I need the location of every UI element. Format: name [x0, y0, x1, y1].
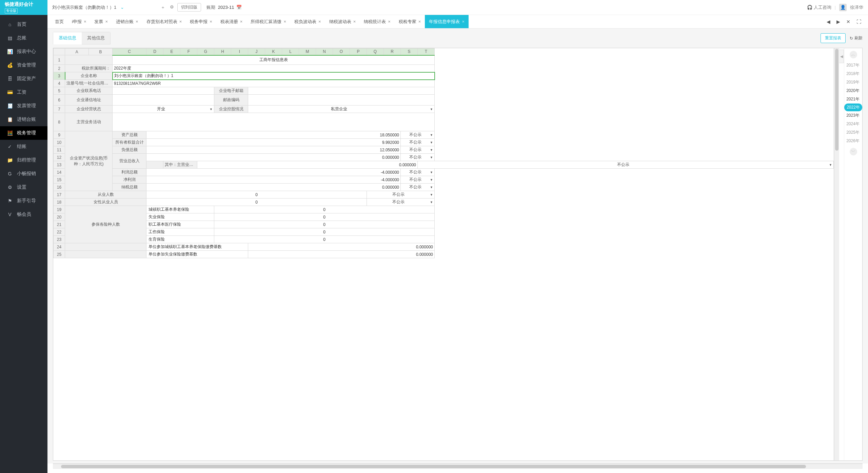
- tab-close-icon[interactable]: ×: [283, 19, 286, 24]
- tab[interactable]: 存货别名对照表×: [142, 15, 186, 28]
- tab[interactable]: 首页: [51, 15, 68, 28]
- tab-close-icon[interactable]: ×: [179, 19, 182, 24]
- vertical-scrollbar[interactable]: [834, 48, 839, 460]
- tab-close-icon[interactable]: ×: [84, 19, 86, 24]
- sidebar-item-psi[interactable]: 📋进销台账: [0, 113, 47, 126]
- sidebar-item-closing[interactable]: ✓结账: [0, 140, 47, 153]
- sidebar-item-home[interactable]: ⌂首页: [0, 18, 47, 31]
- value-cell[interactable]: 0.000000: [197, 161, 418, 169]
- tab[interactable]: 所得税汇算清缴×: [246, 15, 290, 28]
- sidebar-item-salary[interactable]: 💳工资: [0, 86, 47, 99]
- year-item[interactable]: 2020年: [844, 87, 862, 95]
- year-item[interactable]: 2022年: [844, 103, 862, 111]
- publish-select[interactable]: 不公示: [401, 184, 435, 191]
- column-header[interactable]: S: [401, 49, 418, 55]
- column-header[interactable]: T: [418, 49, 435, 55]
- tabs-fullscreen-icon[interactable]: ⛶: [855, 18, 863, 25]
- column-header[interactable]: P: [350, 49, 367, 55]
- column-header[interactable]: D: [146, 49, 163, 55]
- status-select[interactable]: 开业: [113, 106, 214, 113]
- value-cell[interactable]: -4.000000: [146, 169, 401, 176]
- spreadsheet[interactable]: ABCDEFGHIJKLMNOPQRST 1工商年报信息表2税款所属期间：202…: [53, 48, 834, 258]
- tab[interactable]: 税检专家×: [395, 15, 425, 28]
- column-header[interactable]: O: [333, 49, 350, 55]
- tab-close-icon[interactable]: ×: [318, 19, 321, 24]
- user-name[interactable]: 徐泽华: [850, 4, 863, 11]
- tab-close-icon[interactable]: ×: [105, 19, 108, 24]
- tab[interactable]: 税表清册×: [216, 15, 247, 28]
- support-button[interactable]: 🎧 人工咨询: [807, 4, 831, 11]
- sidebar-item-tax[interactable]: 🧮税务管理: [0, 126, 47, 140]
- value-cell[interactable]: 18.050000: [146, 131, 401, 139]
- publish-select[interactable]: 不公示: [401, 154, 435, 161]
- value-cell[interactable]: 9.992000: [146, 139, 401, 146]
- year-item[interactable]: 2023年: [844, 111, 862, 120]
- account-select[interactable]: 刘小艳演示账套（勿删勿动！）1 ⌄: [52, 4, 158, 11]
- sidebar-item-invoice[interactable]: 🧾发票管理: [0, 99, 47, 113]
- calendar-icon[interactable]: 📅: [236, 5, 242, 10]
- column-header[interactable]: M: [299, 49, 316, 55]
- sidebar-item-reports[interactable]: 📊报表中心: [0, 45, 47, 58]
- column-header[interactable]: F: [180, 49, 197, 55]
- subtab-basic[interactable]: 基础信息: [53, 32, 82, 44]
- company-value[interactable]: 刘小艳演示账套（勿删勿动！）1: [113, 72, 435, 80]
- value-cell[interactable]: 0.000000: [146, 154, 401, 161]
- year-up-icon[interactable]: ︿: [850, 51, 857, 58]
- value-cell[interactable]: 12.050000: [146, 146, 401, 154]
- value-cell[interactable]: 0.000000: [146, 184, 401, 191]
- tabs-next-icon[interactable]: ▶: [835, 18, 842, 25]
- publish-select[interactable]: 不公示: [401, 176, 435, 184]
- tab-close-icon[interactable]: ×: [353, 19, 356, 24]
- year-panel-collapse[interactable]: ◀: [839, 50, 844, 63]
- tabs-close-all-icon[interactable]: ✕: [845, 18, 852, 25]
- tab-close-icon[interactable]: ×: [240, 19, 243, 24]
- subtab-other[interactable]: 其他信息: [82, 32, 110, 44]
- sidebar-item-archive[interactable]: 📁归档管理: [0, 153, 47, 167]
- tab[interactable]: 纳税统计表×: [360, 15, 395, 28]
- tab[interactable]: 纳税波动表×: [325, 15, 360, 28]
- sidebar-item-expense[interactable]: G小畅报销: [0, 167, 47, 181]
- column-header[interactable]: H: [214, 49, 231, 55]
- column-header[interactable]: K: [265, 49, 282, 55]
- tab[interactable]: 税负波动表×: [290, 15, 325, 28]
- year-down-icon[interactable]: ﹀: [850, 148, 857, 155]
- column-header[interactable]: N: [316, 49, 333, 55]
- publish-select[interactable]: 不公示: [401, 131, 435, 139]
- publish-select[interactable]: 不公示: [401, 169, 435, 176]
- column-header[interactable]: I: [231, 49, 248, 55]
- column-header[interactable]: A: [65, 49, 89, 55]
- publish-select[interactable]: 不公示: [401, 146, 435, 154]
- column-header[interactable]: Q: [367, 49, 384, 55]
- sidebar-item-settings[interactable]: ⚙设置: [0, 181, 47, 194]
- column-header[interactable]: J: [248, 49, 265, 55]
- period-value[interactable]: 2023-11: [218, 5, 234, 10]
- sidebar-item-vip[interactable]: V畅会员: [0, 208, 47, 221]
- horizontal-scrollbar[interactable]: [53, 463, 863, 469]
- publish-select[interactable]: 不公示: [418, 161, 834, 169]
- column-header[interactable]: G: [197, 49, 214, 55]
- old-version-button[interactable]: 切到旧版: [177, 3, 201, 12]
- sidebar-item-guide[interactable]: ⚑新手引导: [0, 194, 47, 208]
- tab-close-icon[interactable]: ×: [418, 19, 421, 24]
- gear-icon[interactable]: ⚙: [170, 4, 174, 11]
- sidebar-item-funds[interactable]: 💰资金管理: [0, 58, 47, 72]
- refresh-button[interactable]: ↻ 刷新: [850, 35, 863, 41]
- tab-close-icon[interactable]: ×: [210, 19, 212, 24]
- column-header[interactable]: L: [282, 49, 299, 55]
- tab-close-icon[interactable]: ×: [388, 19, 391, 24]
- sheet-corner[interactable]: [54, 49, 65, 55]
- column-header[interactable]: B: [89, 49, 113, 55]
- plus-icon[interactable]: ＋: [161, 4, 165, 11]
- tab-close-icon[interactable]: ×: [136, 19, 138, 24]
- sidebar-item-ledger[interactable]: ▤总账: [0, 31, 47, 45]
- tabs-prev-icon[interactable]: ◀: [825, 18, 832, 25]
- column-header[interactable]: E: [163, 49, 180, 55]
- publish-select[interactable]: 不公示: [401, 139, 435, 146]
- column-header[interactable]: R: [384, 49, 401, 55]
- tab[interactable]: 进销台账×: [112, 15, 142, 28]
- reset-report-button[interactable]: 重置报表: [821, 33, 846, 43]
- tab[interactable]: i申报×: [68, 15, 90, 28]
- avatar-icon[interactable]: 👤: [839, 4, 847, 11]
- year-item[interactable]: 2021年: [844, 95, 862, 103]
- main-biz-input[interactable]: [113, 113, 435, 131]
